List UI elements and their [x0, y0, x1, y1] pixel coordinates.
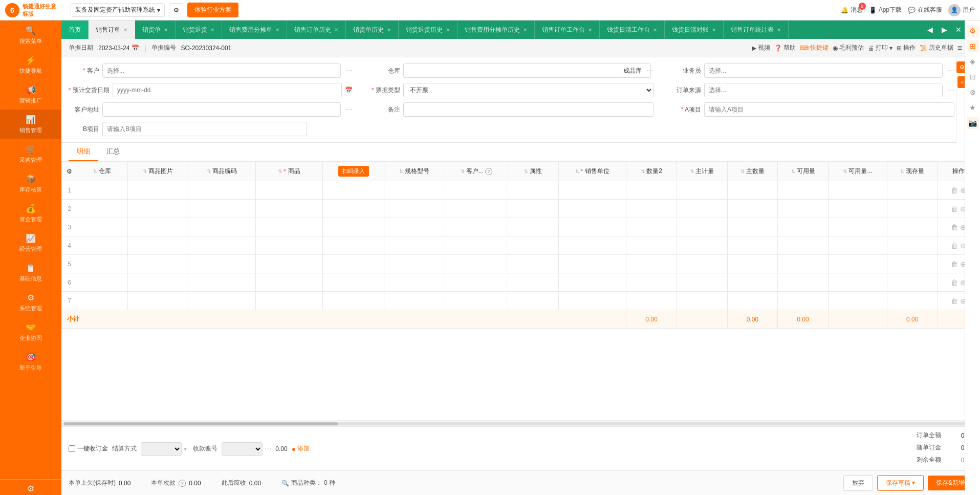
tab-sales-return[interactable]: 销货退货 ✕ — [176, 20, 222, 39]
delivery-calendar-icon[interactable]: 📅 — [345, 87, 353, 94]
row-unit[interactable] — [558, 218, 626, 236]
tab-sales-stats[interactable]: 销售订单统计表 ✕ — [724, 20, 789, 39]
tab-sales-bill-history[interactable]: 销货单历史 ✕ — [346, 20, 399, 39]
current-lower-help-icon[interactable]: ? — [179, 480, 186, 487]
sidebar-item-sales[interactable]: 📊 销售管理 — [0, 110, 61, 139]
row-product[interactable] — [255, 236, 323, 255]
print-btn[interactable]: 🖨 打印 ▾ — [868, 44, 892, 52]
row-unit[interactable] — [558, 255, 626, 273]
row-attr[interactable] — [508, 200, 558, 218]
one-click-checkbox-label[interactable]: 一键收订金 — [69, 444, 108, 453]
row-code[interactable] — [188, 255, 256, 273]
row-qty2[interactable] — [626, 218, 677, 236]
payment-method-select[interactable] — [141, 442, 182, 456]
help-btn[interactable]: ❓ 帮助 — [774, 44, 796, 52]
account-select[interactable] — [222, 442, 263, 456]
customer-code-help-icon[interactable]: ? — [485, 168, 492, 175]
row-delete-btn[interactable]: 🗑 — [951, 242, 958, 250]
customer-input[interactable] — [102, 63, 341, 78]
tab-close-icon[interactable]: ✕ — [523, 27, 527, 33]
tab-home[interactable]: 首页 — [61, 20, 89, 39]
tab-close-icon[interactable]: ✕ — [164, 27, 168, 33]
row-customer-code[interactable] — [445, 292, 508, 310]
tab-close-icon[interactable]: ✕ — [123, 27, 127, 33]
row-qty2[interactable] — [626, 181, 677, 200]
scroll-track[interactable] — [63, 422, 978, 425]
sidebar-item-search[interactable]: 🔍 搜索菜单 — [0, 20, 61, 50]
row-attr[interactable] — [508, 236, 558, 255]
row-main-qty[interactable] — [727, 181, 778, 200]
row-product[interactable] — [255, 292, 323, 310]
tab-sales-workbench[interactable]: 销售订单工作台 ✕ — [535, 20, 600, 39]
staff-dots-btn[interactable]: ··· — [948, 66, 954, 75]
invoice-type-select[interactable]: 不开票 — [403, 83, 654, 97]
row-delete-btn[interactable]: 🗑 — [951, 186, 958, 195]
history-btn[interactable]: 📜 历史单据 — [920, 44, 953, 52]
row-spec[interactable] — [384, 273, 445, 292]
layout-list-icon[interactable]: ≡ — [957, 44, 962, 53]
tab-next-btn[interactable]: ▶ — [937, 23, 951, 37]
view-video-btn[interactable]: ▶ 视频 — [752, 44, 770, 52]
system-gear-button[interactable]: ⚙ — [169, 3, 183, 17]
delivery-date-input[interactable] — [113, 83, 342, 97]
row-warehouse[interactable] — [77, 273, 128, 292]
sidebar-item-purchase[interactable]: 🛒 采购管理 — [0, 139, 61, 169]
row-product[interactable] — [255, 273, 323, 292]
tab-prev-btn[interactable]: ◀ — [923, 23, 937, 37]
sidebar-item-management[interactable]: 📈 经营管理 — [0, 228, 61, 258]
online-service-link[interactable]: 💬 在线客服 — [908, 6, 942, 14]
row-warehouse[interactable] — [77, 255, 128, 273]
system-select[interactable]: 装备及固定资产辅助管理系统 ▾ — [71, 3, 165, 17]
sidebar-settings-btn[interactable]: ⚙ — [0, 480, 61, 495]
right-settings-icon-btn[interactable]: ⚙ — [967, 25, 979, 37]
row-qty2[interactable] — [626, 292, 677, 310]
right-star-icon-btn[interactable]: ★ — [967, 101, 979, 114]
sidebar-item-inventory[interactable]: 📦 库存核算 — [0, 169, 61, 199]
row-qty2[interactable] — [626, 255, 677, 273]
row-code[interactable] — [188, 218, 256, 236]
row-warehouse[interactable] — [77, 181, 128, 200]
row-code[interactable] — [188, 236, 256, 255]
row-qty2[interactable] — [626, 200, 677, 218]
row-main-qty[interactable] — [727, 273, 778, 292]
right-link-icon-btn[interactable]: ⊗ — [967, 86, 979, 98]
tab-sales-bill[interactable]: 销货单 ✕ — [135, 20, 176, 39]
tab-close-icon[interactable]: ✕ — [334, 27, 338, 33]
tab-sales-return-history[interactable]: 销货退货历史 ✕ — [399, 20, 458, 39]
tab-close-icon[interactable]: ✕ — [588, 27, 592, 33]
tab-close-icon[interactable]: ✕ — [210, 27, 214, 33]
tab-sales-expense[interactable]: 销售费用分摊单 ✕ — [222, 20, 287, 39]
sidebar-item-cooperation[interactable]: 🤝 企业协同 — [0, 317, 61, 347]
sidebar-item-guide[interactable]: 🎯 新手引导 — [0, 347, 61, 377]
row-customer-code[interactable] — [445, 200, 508, 218]
right-shield-icon-btn[interactable]: ⊡ — [967, 71, 979, 83]
row-product[interactable] — [255, 181, 323, 200]
row-spec[interactable] — [384, 236, 445, 255]
row-spec[interactable] — [384, 200, 445, 218]
row-delete-btn[interactable]: 🗑 — [951, 205, 958, 213]
row-attr[interactable] — [508, 273, 558, 292]
tab-sales-order-history[interactable]: 销售订单历史 ✕ — [287, 20, 346, 39]
customer-dots-btn[interactable]: ··· — [346, 66, 353, 75]
row-attr[interactable] — [508, 255, 558, 273]
row-unit[interactable] — [558, 273, 626, 292]
row-code[interactable] — [188, 181, 256, 200]
row-code[interactable] — [188, 273, 256, 292]
memo-input[interactable] — [403, 102, 654, 117]
row-warehouse[interactable] — [77, 200, 128, 218]
account-dots-btn[interactable]: ··· — [265, 444, 271, 454]
tab-close-icon[interactable]: ✕ — [777, 27, 781, 33]
right-fingerprint-icon-btn[interactable]: ◈ — [967, 55, 979, 68]
row-customer-code[interactable] — [445, 218, 508, 236]
row-attr[interactable] — [508, 292, 558, 310]
row-main-qty[interactable] — [727, 255, 778, 273]
row-unit[interactable] — [558, 236, 626, 255]
industry-button[interactable]: 体验行业方案 — [187, 3, 238, 17]
sidebar-item-quicknav[interactable]: ⚡ 快捷导航 — [0, 50, 61, 80]
tab-detail[interactable]: 明细 — [69, 143, 98, 161]
calendar-icon[interactable]: 📅 — [132, 45, 139, 52]
row-customer-code[interactable] — [445, 236, 508, 255]
table-scroll-bar[interactable] — [61, 420, 980, 426]
row-delete-btn[interactable]: 🗑 — [951, 223, 958, 231]
warehouse-dots-btn[interactable]: ··· — [647, 66, 654, 75]
